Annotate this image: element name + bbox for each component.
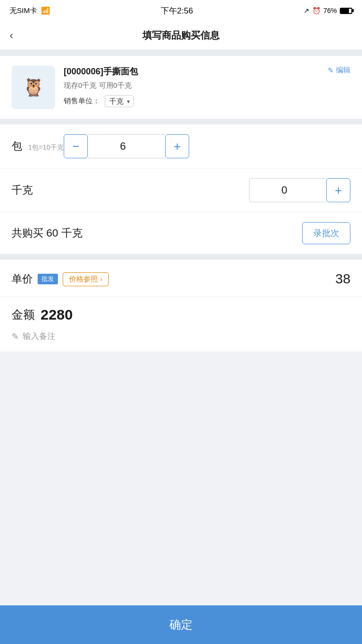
price-ref-button[interactable]: 价格参照 › — [63, 272, 109, 286]
alarm-icon: ⏰ — [312, 7, 320, 14]
battery-percent: 76% — [323, 7, 337, 14]
price-ref-label: 价格参照 › — [69, 275, 102, 284]
kg-qty-control: + — [249, 178, 350, 202]
product-thumbnail: 🦉 — [12, 66, 55, 109]
location-icon: ↗ — [304, 7, 309, 14]
kg-label: 千克 — [12, 183, 249, 197]
product-info: [0000006]手撕面包 现存0千克 可用0千克 销售单位： 千克 包 — [64, 66, 350, 107]
bao-minus-button[interactable]: − — [64, 134, 88, 158]
unit-label: 销售单位： — [64, 97, 100, 106]
page-title: 填写商品购买信息 — [142, 29, 220, 42]
amount-row: 金额 2280 — [12, 307, 350, 323]
confirm-bar[interactable]: 确定 — [0, 605, 362, 644]
amount-section: 金额 2280 ✎ 输入备注 — [0, 297, 362, 351]
edit-label: 编辑 — [336, 66, 350, 75]
confirm-button-label: 确定 — [169, 617, 193, 632]
price-section: 单价 批发 价格参照 › 38 — [0, 260, 362, 296]
status-right: ↗ ⏰ 76% — [304, 7, 352, 14]
edit-icon: ✎ — [328, 66, 334, 75]
amount-value: 2280 — [41, 307, 73, 323]
product-unit-row: 销售单位： 千克 包 — [64, 95, 350, 107]
bao-plus-button[interactable]: + — [165, 134, 189, 158]
status-bar: 无SIM卡 📶 下午2:56 ↗ ⏰ 76% — [0, 0, 362, 21]
price-row: 单价 批发 价格参照 › 38 — [12, 271, 350, 287]
product-name: [0000006]手撕面包 — [64, 66, 350, 77]
nav-bar: ‹ 填写商品购买信息 — [0, 21, 362, 50]
separator-3 — [0, 254, 362, 260]
unit-select[interactable]: 千克 包 — [105, 95, 134, 107]
batch-button[interactable]: 录批次 — [302, 222, 350, 244]
bao-sub-label: 1包=10千克 — [28, 143, 64, 151]
status-left: 无SIM卡 📶 — [10, 6, 50, 15]
price-value: 38 — [335, 271, 350, 287]
bao-qty-control: − + — [64, 134, 189, 158]
product-card: 🦉 [0000006]手撕面包 现存0千克 可用0千克 销售单位： 千克 包 ✎… — [0, 56, 362, 119]
bao-qty-input[interactable] — [88, 134, 165, 158]
amount-label: 金额 — [12, 307, 35, 322]
empty-content-area — [0, 351, 362, 496]
battery-fill — [341, 9, 349, 13]
total-row: 共购买 60 千克 录批次 — [0, 212, 362, 254]
bao-label: 包 — [12, 140, 22, 152]
unit-select-wrapper[interactable]: 千克 包 — [105, 95, 134, 107]
note-placeholder: 输入备注 — [23, 331, 56, 342]
edit-button[interactable]: ✎ 编辑 — [328, 66, 350, 75]
bao-label-group: 包 1包=10千克 — [12, 139, 64, 154]
note-icon: ✎ — [12, 331, 19, 342]
back-button[interactable]: ‹ — [10, 29, 13, 42]
note-row[interactable]: ✎ 输入备注 — [12, 331, 350, 342]
separator-2 — [0, 119, 362, 125]
wifi-icon: 📶 — [41, 6, 50, 15]
carrier-label: 无SIM卡 — [10, 6, 37, 15]
product-stock: 现存0千克 可用0千克 — [64, 81, 350, 90]
battery-bar — [340, 8, 352, 14]
kg-qty-input[interactable] — [249, 178, 326, 202]
status-time: 下午2:56 — [161, 5, 193, 16]
price-label: 单价 — [12, 272, 33, 286]
price-label-group: 单价 批发 价格参照 › — [12, 272, 109, 286]
input-section: 包 1包=10千克 − + 千克 + — [0, 125, 362, 212]
price-tag: 批发 — [38, 274, 58, 284]
total-label: 共购买 60 千克 — [12, 226, 83, 240]
kg-plus-button[interactable]: + — [326, 178, 350, 202]
separator-1 — [0, 50, 362, 56]
bao-row: 包 1包=10千克 − + — [0, 125, 362, 168]
product-icon: 🦉 — [23, 77, 44, 98]
kg-row: 千克 + — [0, 168, 362, 212]
